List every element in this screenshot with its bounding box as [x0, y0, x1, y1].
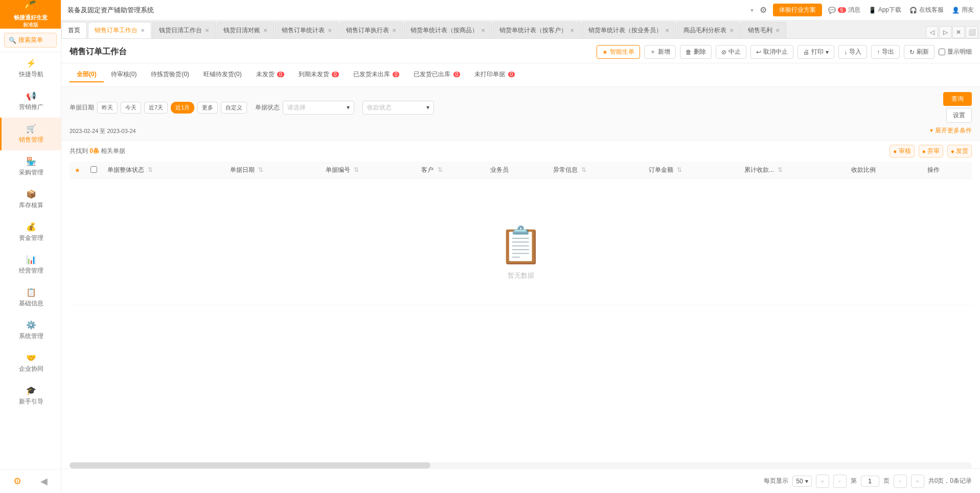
- payment-filter-select[interactable]: 收款状态 ▾: [362, 101, 434, 115]
- setting-button[interactable]: 设置: [946, 108, 972, 123]
- messages-button[interactable]: 💬 6 消息: [828, 6, 860, 14]
- tab-product-margin-close[interactable]: ✕: [730, 28, 734, 33]
- tab-sales-sum-customer[interactable]: 销货单统计表（按客户） ✕: [493, 22, 581, 38]
- page-number-input[interactable]: 1: [861, 476, 879, 487]
- review-op-button[interactable]: ● 审核: [890, 145, 914, 158]
- sidebar-item-sys[interactable]: ⚙️ 系统管理: [0, 314, 61, 347]
- status-sort-icon[interactable]: ⇅: [148, 166, 153, 173]
- tab-maximize[interactable]: ⬜: [966, 26, 978, 38]
- tab-sales-sum-staff[interactable]: 销货单统计表（按业务员） ✕: [582, 22, 676, 38]
- user-account-button[interactable]: 👤 用友: [952, 6, 974, 14]
- sidebar-item-marketing[interactable]: 📢 营销推广: [0, 85, 61, 118]
- tab-sales-exec-close[interactable]: ✕: [392, 28, 396, 33]
- sidebar-item-purchase[interactable]: 🏪 采购管理: [0, 150, 61, 183]
- sub-tab-not-shipped[interactable]: 未发货 0: [249, 68, 291, 82]
- date-7days-btn[interactable]: 近7天: [144, 102, 168, 114]
- tab-cash-daily-close[interactable]: ✕: [205, 28, 209, 33]
- show-detail-input[interactable]: [939, 49, 945, 55]
- abnormal-sort-icon[interactable]: ⇅: [581, 166, 586, 173]
- sidebar-item-sales[interactable]: 🛒 销售管理: [0, 118, 61, 150]
- import-button[interactable]: ↓ 导入: [838, 45, 867, 59]
- tab-scroll-right[interactable]: ▷: [939, 26, 951, 38]
- select-all-checkbox[interactable]: [90, 166, 97, 173]
- settings-bottom-icon[interactable]: ⚙: [13, 476, 21, 487]
- sidebar-item-finance[interactable]: 💰 资金管理: [0, 216, 61, 249]
- topbar-gear-icon[interactable]: ⚙: [760, 5, 767, 15]
- tab-sales-order[interactable]: 销售订单工作台 ✕: [88, 22, 151, 38]
- add-button[interactable]: ＋ 新增: [644, 45, 676, 59]
- sidebar-item-inventory[interactable]: 📦 库存核算: [0, 183, 61, 216]
- expand-conditions-button[interactable]: ▾ 展开更多条件: [930, 126, 972, 135]
- amount-sort-icon[interactable]: ⇅: [677, 166, 682, 173]
- tab-sales-sum-customer-close[interactable]: ✕: [570, 28, 574, 33]
- tab-close-all[interactable]: ✕: [952, 26, 965, 38]
- tab-sales-profit[interactable]: 销售毛利 ✕: [741, 22, 786, 38]
- export-button[interactable]: ↑ 导出: [871, 45, 900, 59]
- tab-scroll-left[interactable]: ◁: [926, 26, 938, 38]
- sidebar-item-quick-nav[interactable]: ⚡ 快捷导航: [0, 52, 61, 85]
- page-first-button[interactable]: «: [816, 475, 829, 488]
- tab-sales-sum-product[interactable]: 销货单统计表（按商品） ✕: [404, 22, 492, 38]
- tab-sales-profit-close[interactable]: ✕: [776, 28, 780, 33]
- status-filter-select[interactable]: 请选择 ▾: [283, 101, 354, 115]
- cancel-review-op-button[interactable]: ● 弃审: [919, 145, 943, 158]
- page-last-button[interactable]: »: [911, 475, 924, 488]
- topbar-dropdown-icon[interactable]: ▾: [750, 7, 754, 14]
- ship-op-button[interactable]: ● 发货: [947, 145, 972, 158]
- industry-solution-button[interactable]: 体验行业方案: [773, 4, 822, 16]
- page-next-button[interactable]: ›: [894, 475, 907, 488]
- tab-cash-reconcile[interactable]: 钱货日清对账 ✕: [217, 22, 274, 38]
- horizontal-scrollbar[interactable]: [70, 462, 972, 468]
- sub-tab-pending-inspect[interactable]: 待拣货验货(0): [144, 68, 196, 82]
- date-more-btn[interactable]: 更多: [197, 102, 218, 114]
- sidebar-item-newbie[interactable]: 🎓 新手引导: [0, 379, 61, 412]
- tab-cash-daily[interactable]: 钱货日清工作台 ✕: [152, 22, 216, 38]
- customer-sort-icon[interactable]: ⇅: [438, 166, 443, 173]
- date-today-btn[interactable]: 今天: [121, 102, 141, 114]
- sub-tab-not-printed[interactable]: 未打印单据 0: [467, 68, 522, 82]
- collapse-icon[interactable]: ◀: [40, 476, 48, 487]
- sub-tab-wangpu-pending[interactable]: 旺铺待发货(0): [196, 68, 249, 82]
- date-yesterday-btn[interactable]: 昨天: [97, 102, 118, 114]
- stop-button[interactable]: ⊘ 中止: [716, 45, 746, 59]
- online-service-button[interactable]: 🎧 在线客服: [909, 6, 944, 14]
- tab-cash-reconcile-close[interactable]: ✕: [263, 28, 267, 33]
- search-menu-button[interactable]: 🔍 搜索菜单: [4, 33, 57, 48]
- tab-sales-stat-close[interactable]: ✕: [328, 28, 332, 33]
- page-prev-button[interactable]: ‹: [833, 475, 847, 488]
- sidebar-item-corp[interactable]: 🤝 企业协同: [0, 347, 61, 379]
- not-printed-badge: 0: [508, 72, 515, 77]
- smart-create-button[interactable]: ★ 智能生单: [597, 45, 640, 59]
- sidebar-item-ops[interactable]: 📊 经营管理: [0, 249, 61, 281]
- filter-bar: 单据日期 昨天 今天 近7天 近1月 更多 自定义 单据状态 请选择 ▾: [61, 87, 980, 141]
- date-custom-btn[interactable]: 自定义: [221, 102, 247, 114]
- tab-sales-order-close[interactable]: ✕: [141, 28, 145, 33]
- tab-product-margin[interactable]: 商品毛利分析表 ✕: [677, 22, 740, 38]
- sidebar-item-basic[interactable]: 📋 基础信息: [0, 281, 61, 314]
- scrollbar-thumb[interactable]: [70, 462, 430, 468]
- app-download-button[interactable]: 📱 App下载: [869, 6, 901, 14]
- collected-sort-icon[interactable]: ⇅: [778, 166, 783, 173]
- sub-tab-pending-review[interactable]: 待审核(0): [104, 68, 144, 82]
- date-1month-btn[interactable]: 近1月: [171, 102, 194, 114]
- tab-home[interactable]: 首页: [61, 22, 87, 38]
- sub-tab-shipped-warehoused[interactable]: 已发货已出库 0: [406, 68, 467, 82]
- sub-tab-shipped-not-warehoused[interactable]: 已发货未出库 0: [346, 68, 407, 82]
- sub-tab-expired-not-shipped[interactable]: 到期未发货 0: [291, 68, 346, 82]
- refresh-button[interactable]: ↻ 刷新: [904, 45, 935, 59]
- print-button[interactable]: 🖨 打印 ▾: [797, 45, 834, 59]
- number-sort-icon[interactable]: ⇅: [354, 166, 359, 173]
- date-sort-icon[interactable]: ⇅: [258, 166, 263, 173]
- delete-button[interactable]: 🗑 删除: [680, 45, 712, 59]
- tab-sales-sum-product-close[interactable]: ✕: [481, 28, 485, 33]
- sub-tab-all[interactable]: 全部(0): [70, 68, 104, 82]
- print-dropdown-icon: ▾: [826, 49, 829, 56]
- cancel-stop-button[interactable]: ↩ 取消中止: [750, 45, 793, 59]
- tab-sales-stat[interactable]: 销售订单统计表 ✕: [275, 22, 338, 38]
- tab-sales-sum-staff-close[interactable]: ✕: [665, 28, 669, 33]
- query-button[interactable]: 查询: [943, 92, 972, 106]
- page-size-selector[interactable]: 50 ▾: [792, 476, 811, 487]
- record-count-value: 0条: [89, 147, 99, 154]
- show-detail-checkbox[interactable]: 显示明细: [939, 48, 972, 56]
- tab-sales-exec[interactable]: 销售订单执行表 ✕: [339, 22, 403, 38]
